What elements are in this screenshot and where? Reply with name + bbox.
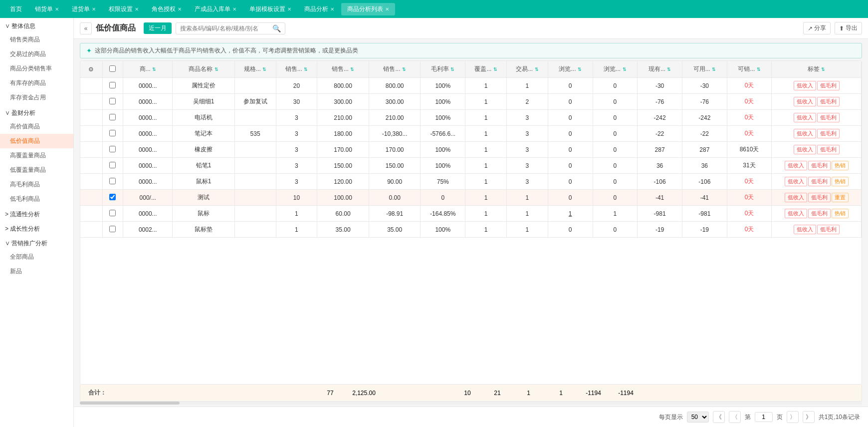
th-stock[interactable]: 现有... ⇅ bbox=[638, 61, 682, 78]
prev-page-button[interactable]: 〈 bbox=[729, 411, 741, 423]
th-cover[interactable]: 覆盖... ⇅ bbox=[465, 61, 507, 78]
td-checkbox[interactable] bbox=[102, 206, 123, 222]
sidebar-item-stocked-products[interactable]: 有库存的商品 bbox=[0, 76, 73, 90]
td-checkbox[interactable] bbox=[102, 158, 123, 174]
th-checkbox[interactable] bbox=[102, 61, 123, 78]
sort-icon: ⇅ bbox=[350, 67, 354, 72]
row-checkbox[interactable] bbox=[109, 210, 116, 216]
row-checkbox[interactable] bbox=[109, 130, 116, 136]
td-checkbox[interactable] bbox=[102, 174, 123, 190]
nav-product-analysis-list[interactable]: 商品分析列表 ✕ bbox=[341, 3, 395, 15]
td-sales-cost: 300.00 bbox=[369, 94, 421, 110]
last-page-button[interactable]: 》 bbox=[803, 411, 815, 423]
hot-tag: 热销 bbox=[832, 177, 849, 186]
nav-template-setting[interactable]: 单据模板设置 ✕ bbox=[243, 3, 297, 15]
search-input[interactable] bbox=[180, 25, 270, 32]
sidebar-item-stock-capital[interactable]: 库存资金占用 bbox=[0, 90, 73, 105]
next-page-button[interactable]: 〉 bbox=[787, 411, 799, 423]
nav-close-icon[interactable]: ✕ bbox=[135, 6, 139, 12]
nav-sales-order[interactable]: 销货单 ✕ bbox=[29, 3, 65, 15]
row-checkbox[interactable] bbox=[109, 162, 116, 168]
th-sellable[interactable]: 可销... ⇅ bbox=[727, 61, 772, 78]
sidebar-group-marketing[interactable]: ∨ 营销推广分析 bbox=[0, 235, 73, 250]
sidebar-group-circulation[interactable]: > 流通性分析 bbox=[0, 206, 73, 221]
th-sales-cost[interactable]: 销售... ⇅ bbox=[369, 61, 421, 78]
td-cover: 1 bbox=[465, 94, 507, 110]
row-checkbox[interactable] bbox=[109, 82, 116, 88]
td-checkbox[interactable] bbox=[102, 126, 123, 142]
sidebar-item-high-coverage[interactable]: 高覆盖量商品 bbox=[0, 148, 73, 163]
td-checkbox[interactable] bbox=[102, 78, 123, 94]
horizontal-scrollbar-track[interactable] bbox=[80, 402, 862, 405]
td-checkbox[interactable] bbox=[102, 190, 123, 206]
th-sales-qty[interactable]: 销售... ⇅ bbox=[276, 61, 317, 78]
nav-close-icon[interactable]: ✕ bbox=[385, 6, 389, 12]
sidebar-item-low-coverage[interactable]: 低覆盖量商品 bbox=[0, 163, 73, 177]
nav-purchase-order[interactable]: 进货单 ✕ bbox=[66, 3, 102, 15]
nav-close-icon[interactable]: ✕ bbox=[330, 6, 334, 12]
sidebar-item-sales-products[interactable]: 销售类商品 bbox=[0, 32, 73, 47]
td-checkbox[interactable] bbox=[102, 222, 123, 238]
sidebar-group-overall[interactable]: ∨ 整体信息 bbox=[0, 18, 73, 32]
th-name[interactable]: 商品名称 ⇅ bbox=[173, 61, 234, 78]
th-margin[interactable]: 毛利率 ⇅ bbox=[421, 61, 465, 78]
export-button[interactable]: ⬆ 导出 bbox=[835, 22, 862, 34]
row-checkbox[interactable] bbox=[109, 146, 116, 152]
sidebar-group-profit[interactable]: ∨ 盈财分析 bbox=[0, 105, 73, 119]
td-sales-cost: -98.91 bbox=[369, 206, 421, 222]
row-checkbox[interactable] bbox=[109, 194, 116, 200]
td-checkbox[interactable] bbox=[102, 142, 123, 158]
sidebar-item-high-margin[interactable]: 高毛利商品 bbox=[0, 177, 73, 192]
row-checkbox[interactable] bbox=[109, 178, 116, 184]
nav-role-auth[interactable]: 角色授权 ✕ bbox=[146, 3, 188, 15]
th-browse2[interactable]: 浏览... ⇅ bbox=[593, 61, 638, 78]
page-number-input[interactable] bbox=[755, 412, 773, 422]
sidebar-item-traded-products[interactable]: 交易过的商品 bbox=[0, 47, 73, 61]
row-checkbox[interactable] bbox=[109, 226, 116, 232]
sidebar-item-all-products[interactable]: 全部商品 bbox=[0, 250, 73, 264]
data-table-container[interactable]: ⚙ 商... ⇅ 商品名称 ⇅ 规格... ⇅ 销售... ⇅ 销售... ⇅ … bbox=[80, 60, 862, 385]
th-browse1[interactable]: 浏览... ⇅ bbox=[548, 61, 593, 78]
td-browse1: 0 bbox=[548, 78, 593, 94]
th-trade[interactable]: 交易... ⇅ bbox=[506, 61, 548, 78]
td-available: -242 bbox=[682, 110, 727, 126]
th-tag[interactable]: 标签 ⇅ bbox=[772, 61, 862, 78]
th-gear[interactable]: ⚙ bbox=[80, 61, 102, 78]
td-checkbox[interactable] bbox=[102, 94, 123, 110]
tag: 低收入 bbox=[794, 145, 816, 154]
row-checkbox[interactable] bbox=[109, 114, 116, 120]
sidebar-item-high-value[interactable]: 高价值商品 bbox=[0, 119, 73, 134]
page-size-select[interactable]: 50 bbox=[687, 412, 709, 423]
th-available[interactable]: 可用... ⇅ bbox=[682, 61, 727, 78]
nav-permissions[interactable]: 权限设置 ✕ bbox=[103, 3, 145, 15]
row-checkbox[interactable] bbox=[109, 98, 116, 104]
th-spec[interactable]: 规格... ⇅ bbox=[234, 61, 276, 78]
nav-product-inbound[interactable]: 产成品入库单 ✕ bbox=[189, 3, 242, 15]
page-label: 第 bbox=[745, 413, 751, 422]
sort-icon: ⇅ bbox=[623, 67, 627, 72]
th-sales-amt[interactable]: 销售... ⇅ bbox=[317, 61, 369, 78]
td-spec bbox=[234, 158, 276, 174]
collapse-sidebar-button[interactable]: « bbox=[80, 22, 92, 34]
th-code[interactable]: 商... ⇅ bbox=[123, 61, 173, 78]
sidebar-group-growth[interactable]: > 成长性分析 bbox=[0, 221, 73, 235]
browse1-value[interactable]: 1 bbox=[569, 210, 572, 217]
sidebar-item-low-margin[interactable]: 低毛利商品 bbox=[0, 192, 73, 206]
nav-close-icon[interactable]: ✕ bbox=[287, 6, 291, 12]
sidebar-item-category-rate[interactable]: 商品分类销售率 bbox=[0, 61, 73, 76]
sidebar-item-low-value[interactable]: 低价值商品 bbox=[0, 134, 73, 148]
select-all-checkbox[interactable] bbox=[109, 65, 116, 72]
nav-product-analysis[interactable]: 商品分析 ✕ bbox=[298, 3, 340, 15]
td-checkbox[interactable] bbox=[102, 110, 123, 126]
nav-close-icon[interactable]: ✕ bbox=[232, 6, 236, 12]
first-page-button[interactable]: 《 bbox=[713, 411, 725, 423]
nav-close-icon[interactable]: ✕ bbox=[55, 6, 59, 12]
search-icon[interactable]: 🔍 bbox=[272, 24, 281, 32]
nav-home[interactable]: 首页 bbox=[4, 3, 28, 15]
horizontal-scrollbar-thumb[interactable] bbox=[80, 402, 180, 405]
period-button[interactable]: 近一月 bbox=[144, 22, 172, 34]
share-button[interactable]: ↗ 分享 bbox=[803, 22, 831, 34]
nav-close-icon[interactable]: ✕ bbox=[178, 6, 182, 12]
nav-close-icon[interactable]: ✕ bbox=[92, 6, 96, 12]
sidebar-item-new-products[interactable]: 新品 bbox=[0, 264, 73, 279]
